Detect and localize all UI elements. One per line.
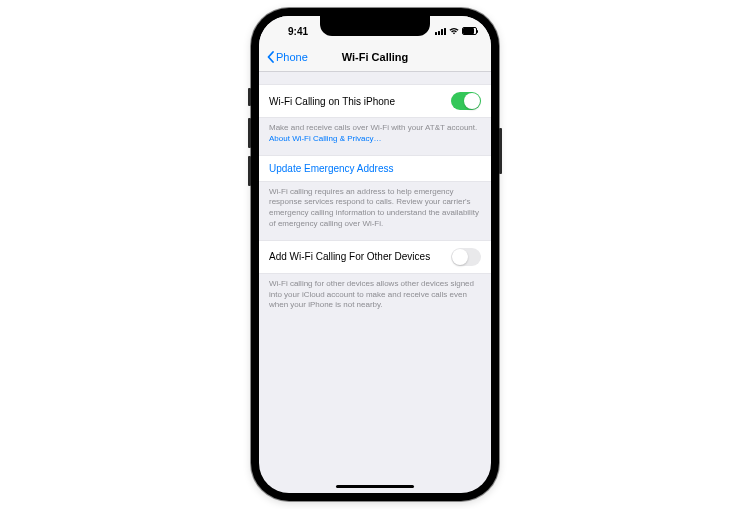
screen: 9:41 Phone Wi-Fi Calling Wi-Fi Calling o… [259,16,491,493]
wifi-calling-footer: Make and receive calls over Wi-Fi with y… [259,118,491,155]
wifi-calling-this-iphone-toggle[interactable] [451,92,481,110]
other-devices-footer-text: Wi-Fi calling for other devices allows o… [269,279,474,310]
status-time: 9:41 [273,26,323,37]
update-emergency-address-label: Update Emergency Address [269,163,394,174]
wifi-calling-this-iphone-label: Wi-Fi Calling on This iPhone [269,96,395,107]
wifi-calling-other-devices-label: Add Wi-Fi Calling For Other Devices [269,251,430,262]
volume-down-button [248,156,251,186]
phone-frame: 9:41 Phone Wi-Fi Calling Wi-Fi Calling o… [251,8,499,501]
chevron-left-icon [267,51,274,63]
page-title: Wi-Fi Calling [342,51,409,63]
content[interactable]: Wi-Fi Calling on This iPhone Make and re… [259,72,491,493]
wifi-calling-other-devices-toggle[interactable] [451,248,481,266]
navigation-bar: Phone Wi-Fi Calling [259,42,491,72]
wifi-calling-this-iphone-row[interactable]: Wi-Fi Calling on This iPhone [259,84,491,118]
status-indicators [427,27,477,35]
home-indicator[interactable] [336,485,414,488]
other-devices-footer: Wi-Fi calling for other devices allows o… [259,274,491,321]
power-button [499,128,502,174]
back-button[interactable]: Phone [267,51,308,63]
emergency-address-footer: Wi-Fi calling requires an address to hel… [259,182,491,240]
about-wifi-calling-privacy-link[interactable]: About Wi-Fi Calling & Privacy… [269,134,381,143]
mute-switch [248,88,251,106]
wifi-calling-other-devices-row[interactable]: Add Wi-Fi Calling For Other Devices [259,240,491,274]
volume-up-button [248,118,251,148]
cellular-signal-icon [435,27,446,35]
battery-icon [462,27,477,35]
emergency-address-footer-text: Wi-Fi calling requires an address to hel… [269,187,479,228]
update-emergency-address-row[interactable]: Update Emergency Address [259,155,491,182]
back-label: Phone [276,51,308,63]
notch [320,16,430,36]
wifi-calling-footer-text: Make and receive calls over Wi-Fi with y… [269,123,477,132]
wifi-icon [449,27,459,35]
